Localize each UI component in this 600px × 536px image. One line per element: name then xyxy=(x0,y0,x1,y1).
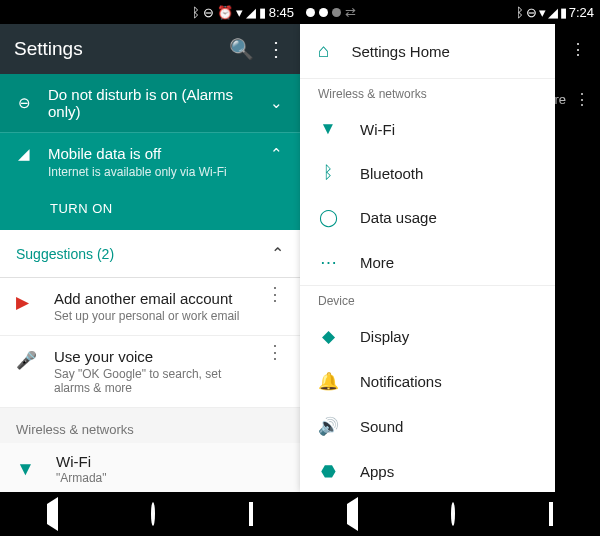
mobile-data-banner[interactable]: ◢ Mobile data is off Internet is availab… xyxy=(0,132,300,191)
mobile-data-sub: Internet is available only via Wi-Fi xyxy=(48,165,252,179)
app-bar: Settings 🔍 ⋮ xyxy=(0,24,300,74)
drawer-item-label: Notifications xyxy=(360,373,442,390)
clock-text: 7:24 xyxy=(569,6,594,19)
dnd-icon: ⊖ xyxy=(526,6,537,19)
cast-icon: ⇄ xyxy=(345,6,356,19)
nav-back-icon[interactable] xyxy=(347,504,358,525)
mobile-data-text: Mobile data is off Internet is available… xyxy=(48,145,252,179)
drawer-section-wireless: Wireless & networks xyxy=(300,78,555,107)
drawer-item-label: More xyxy=(360,254,394,271)
drawer-item-label: Sound xyxy=(360,418,403,435)
nav-home-icon[interactable] xyxy=(151,504,155,525)
drawer-apps[interactable]: ⬣ Apps xyxy=(300,449,555,492)
navigation-drawer: ⌂ Settings Home Wireless & networks ▼ Wi… xyxy=(300,24,555,492)
clock-text: 8:45 xyxy=(269,6,294,19)
bluetooth-icon: ᛒ xyxy=(516,6,524,19)
turn-on-button[interactable]: TURN ON xyxy=(0,191,300,230)
dnd-banner-text: Do not disturb is on (Alarms only) xyxy=(48,86,252,120)
chevron-up-icon: ⌃ xyxy=(266,145,286,163)
drawer-home[interactable]: ⌂ Settings Home xyxy=(300,24,555,78)
wifi-text: Wi-Fi "Armada" xyxy=(56,453,107,485)
battery-icon: ▮ xyxy=(259,6,266,19)
notification-dot-icon xyxy=(319,8,328,17)
suggestions-label: Suggestions (2) xyxy=(16,246,271,262)
status-bar: ⇄ ᛒ ⊖ ▾ ◢ ▮ 7:24 xyxy=(300,0,600,24)
drawer-item-label: Apps xyxy=(360,463,394,480)
signal-icon: ◢ xyxy=(246,6,256,19)
suggestion-voice[interactable]: 🎤 Use your voice Say "OK Google" to sear… xyxy=(0,336,300,408)
apps-icon: ⬣ xyxy=(318,461,338,482)
mobile-data-icon: ◢ xyxy=(14,145,34,163)
drawer-display[interactable]: ◆ Display xyxy=(300,314,555,359)
alarm-icon: ⏰ xyxy=(217,6,233,19)
wifi-icon: ▾ xyxy=(236,6,243,19)
sound-icon: 🔊 xyxy=(318,416,338,437)
overflow-menu-icon[interactable]: ⋮ xyxy=(266,37,286,61)
suggestion-title: Add another email account xyxy=(54,290,250,307)
dnd-banner-icon: ⊖ xyxy=(14,94,34,112)
mobile-data-title: Mobile data is off xyxy=(48,145,252,162)
phone-settings-main: ᛒ ⊖ ⏰ ▾ ◢ ▮ 8:45 Settings 🔍 ⋮ ⊖ Do not d… xyxy=(0,0,300,536)
drawer-item-label: Bluetooth xyxy=(360,165,423,182)
suggestions-header[interactable]: Suggestions (2) ⌃ xyxy=(0,230,300,278)
nav-recent-icon[interactable] xyxy=(249,504,253,525)
suggestion-title: Use your voice xyxy=(54,348,250,365)
chevron-down-icon: ⌄ xyxy=(266,94,286,112)
dnd-icon: ⊖ xyxy=(203,6,214,19)
suggestion-add-email[interactable]: ▶ Add another email account Set up your … xyxy=(0,278,300,336)
suggestion-text: Add another email account Set up your pe… xyxy=(54,290,250,323)
phone-settings-drawer: ⇄ ᛒ ⊖ ▾ ◢ ▮ 7:24 🔍 ⋮ s & more ⋮ ⌂ Settin… xyxy=(300,0,600,536)
wireless-section-label: Wireless & networks xyxy=(0,408,300,443)
drawer-notifications[interactable]: 🔔 Notifications xyxy=(300,359,555,404)
display-icon: ◆ xyxy=(318,326,338,347)
drawer-wifi[interactable]: ▼ Wi-Fi xyxy=(300,107,555,151)
bluetooth-icon: ᛒ xyxy=(318,163,338,183)
status-banners: ⊖ Do not disturb is on (Alarms only) ⌄ ◢… xyxy=(0,74,300,230)
nav-bar xyxy=(0,492,300,536)
notification-dot-icon xyxy=(332,8,341,17)
signal-icon: ◢ xyxy=(548,6,558,19)
home-icon: ⌂ xyxy=(318,40,329,62)
status-bar: ᛒ ⊖ ⏰ ▾ ◢ ▮ 8:45 xyxy=(0,0,300,24)
overflow-menu-icon: ⋮ xyxy=(570,40,586,59)
dnd-banner[interactable]: ⊖ Do not disturb is on (Alarms only) ⌄ xyxy=(0,74,300,132)
data-usage-icon: ◯ xyxy=(318,207,338,228)
drawer-item-label: Display xyxy=(360,328,409,345)
drawer-item-label: Wi-Fi xyxy=(360,121,395,138)
wifi-item[interactable]: ▼ Wi-Fi "Armada" xyxy=(0,443,300,492)
wifi-sub: "Armada" xyxy=(56,471,107,485)
wifi-icon: ▼ xyxy=(16,458,38,480)
suggestion-text: Use your voice Say "OK Google" to search… xyxy=(54,348,250,395)
drawer-item-label: Data usage xyxy=(360,209,437,226)
wifi-icon: ▾ xyxy=(539,6,546,19)
chevron-up-icon: ⌃ xyxy=(271,244,284,263)
mic-icon: 🎤 xyxy=(16,350,38,371)
drawer-sound[interactable]: 🔊 Sound xyxy=(300,404,555,449)
drawer-more[interactable]: ⋯ More xyxy=(300,240,555,285)
search-icon[interactable]: 🔍 xyxy=(229,37,254,61)
suggestion-sub: Say "OK Google" to search, set alarms & … xyxy=(54,367,250,395)
drawer-home-label: Settings Home xyxy=(351,43,449,60)
bluetooth-icon: ᛒ xyxy=(192,6,200,19)
gmail-icon: ▶ xyxy=(16,292,38,313)
overflow-menu-icon: ⋮ xyxy=(574,90,590,109)
wifi-title: Wi-Fi xyxy=(56,453,107,470)
drawer-data-usage[interactable]: ◯ Data usage xyxy=(300,195,555,240)
notification-dot-icon xyxy=(306,8,315,17)
nav-back-icon[interactable] xyxy=(47,504,58,525)
nav-bar xyxy=(300,492,600,536)
suggestion-menu-icon[interactable]: ⋮ xyxy=(266,348,284,357)
page-title: Settings xyxy=(14,38,217,60)
drawer-bluetooth[interactable]: ᛒ Bluetooth xyxy=(300,151,555,195)
drawer-section-device: Device xyxy=(300,285,555,314)
wifi-icon: ▼ xyxy=(318,119,338,139)
nav-home-icon[interactable] xyxy=(451,504,455,525)
suggestion-menu-icon[interactable]: ⋮ xyxy=(266,290,284,299)
bell-icon: 🔔 xyxy=(318,371,338,392)
settings-content: ⊖ Do not disturb is on (Alarms only) ⌄ ◢… xyxy=(0,74,300,492)
suggestion-sub: Set up your personal or work email xyxy=(54,309,250,323)
battery-icon: ▮ xyxy=(560,6,567,19)
nav-recent-icon[interactable] xyxy=(549,504,553,525)
more-icon: ⋯ xyxy=(318,252,338,273)
